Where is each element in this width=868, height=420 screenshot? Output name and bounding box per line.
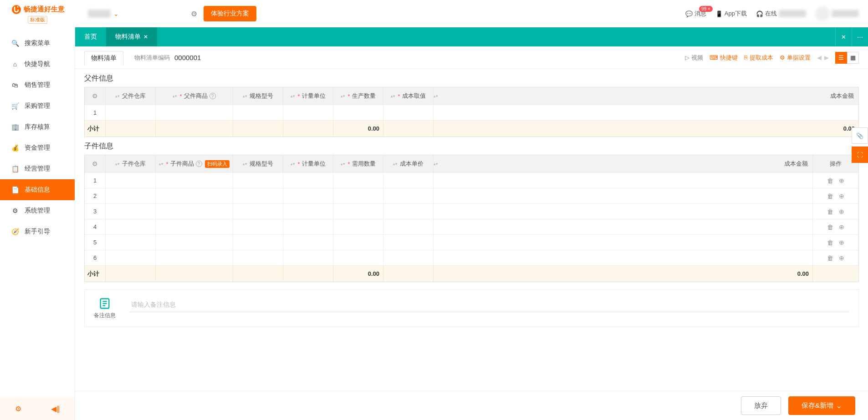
online-support-link[interactable]: 🎧 在线: [756, 10, 806, 18]
logo-text: 畅捷通好生意: [24, 5, 65, 14]
extract-cost-link[interactable]: ⎘提取成本: [744, 54, 773, 62]
column-settings-icon[interactable]: ⚙: [92, 160, 98, 167]
add-row-icon[interactable]: ⊕: [839, 208, 844, 215]
shortcut-link[interactable]: ⌨快捷键: [710, 54, 738, 62]
remark-input[interactable]: [129, 297, 849, 312]
doc-settings-link[interactable]: ⚙单据设置: [780, 54, 811, 62]
col-parent-warehouse[interactable]: ▴▾父件仓库: [106, 87, 156, 105]
cart-icon: 🛍: [11, 81, 19, 89]
sort-icon: ▴▾: [341, 95, 345, 97]
table-row[interactable]: 4🗑⊕: [85, 219, 858, 234]
col-child-warehouse[interactable]: ▴▾子件仓库: [106, 155, 156, 172]
top-header: 畅捷通好生意 标准版 ⌄ ⚙ 体验行业方案 💬 消息 99 + 📱 App下载: [0, 0, 868, 27]
help-icon[interactable]: ?: [196, 161, 202, 167]
document-icon: 📄: [11, 186, 19, 194]
sidebar-item-finance[interactable]: 💰资金管理: [0, 137, 75, 158]
experience-button[interactable]: 体验行业方案: [204, 6, 256, 21]
paperclip-icon: 📎: [856, 132, 863, 139]
prev-record-icon[interactable]: ◀: [817, 54, 822, 61]
col-child-spec[interactable]: ▴▾规格型号: [233, 155, 283, 172]
help-icon[interactable]: ?: [209, 93, 216, 99]
logo-edition: 标准版: [28, 16, 47, 24]
table-row[interactable]: 5🗑⊕: [85, 234, 858, 250]
remark-label: 备注信息: [94, 312, 116, 319]
delete-row-icon[interactable]: 🗑: [827, 177, 833, 184]
col-parent-cost-method[interactable]: ▴▾*成本取值: [383, 87, 434, 105]
add-row-icon[interactable]: ⊕: [839, 177, 844, 184]
view-grid-button[interactable]: ▦: [847, 52, 859, 64]
sidebar-item-inventory[interactable]: 🏢库存核算: [0, 116, 75, 137]
save-new-button[interactable]: 保存&新增⌄: [788, 396, 855, 415]
logo-icon: [11, 4, 22, 15]
parent-subtotal-amt: 0.00: [434, 121, 858, 137]
delete-row-icon[interactable]: 🗑: [827, 239, 833, 246]
chevron-down-icon: ⌄: [836, 402, 842, 410]
col-child-product[interactable]: ▴▾*子件商品?扫码录入: [156, 155, 233, 172]
code-label: 物料清单编码: [134, 54, 170, 62]
sort-icon: ▴▾: [434, 162, 438, 165]
col-parent-spec[interactable]: ▴▾规格型号: [233, 87, 283, 105]
sort-icon: ▴▾: [291, 95, 295, 97]
col-child-unit[interactable]: ▴▾*计量单位: [283, 155, 333, 172]
close-icon[interactable]: ✕: [143, 34, 148, 40]
sidebar-item-sales[interactable]: 🛍销售管理: [0, 75, 75, 96]
messages-link[interactable]: 💬 消息 99 +: [685, 10, 706, 18]
column-settings-icon[interactable]: ⚙: [92, 92, 98, 100]
add-row-icon[interactable]: ⊕: [839, 223, 844, 231]
add-row-icon[interactable]: ⊕: [839, 239, 844, 246]
col-parent-qty[interactable]: ▴▾*生产数量: [333, 87, 383, 105]
expand-icon: ⛶: [857, 152, 863, 158]
parent-subtotal-qty: 0.00: [333, 121, 383, 137]
add-row-icon[interactable]: ⊕: [839, 254, 844, 262]
col-parent-amount[interactable]: ▴▾成本金额: [434, 87, 858, 105]
table-row[interactable]: 2🗑⊕: [85, 188, 858, 203]
attachment-tab[interactable]: 📎: [852, 127, 868, 144]
page-footer: 放弃 保存&新增⌄: [75, 391, 868, 420]
sidebar-item-shortcut[interactable]: ⌂快捷导航: [0, 54, 75, 75]
scan-input-button[interactable]: 扫码录入: [205, 160, 230, 168]
col-child-qty[interactable]: ▴▾*需用数量: [333, 155, 383, 172]
settings-icon[interactable]: ⚙: [15, 405, 21, 413]
sort-icon: ▴▾: [291, 162, 295, 165]
child-section-title: 子件信息: [84, 142, 859, 151]
delete-row-icon[interactable]: 🗑: [827, 192, 833, 200]
table-row[interactable]: 3🗑⊕: [85, 203, 858, 219]
tab-bom[interactable]: 物料清单 ✕: [106, 27, 157, 46]
delete-row-icon[interactable]: 🗑: [827, 223, 833, 231]
tab-home[interactable]: 首页: [75, 27, 106, 46]
inner-tab-bom[interactable]: 物料清单: [84, 51, 123, 65]
table-row[interactable]: 1: [85, 105, 858, 120]
sidebar-item-system[interactable]: ⚙系统管理: [0, 200, 75, 221]
home-icon: ⌂: [11, 60, 19, 68]
tabs-more[interactable]: ⋯: [852, 27, 868, 46]
collapse-icon[interactable]: ◀∥: [51, 405, 60, 413]
col-child-amount[interactable]: ▴▾成本金额: [434, 155, 813, 172]
subtotal-label: 小计: [85, 266, 106, 282]
col-child-unit-cost[interactable]: ▴▾成本单价: [383, 155, 434, 172]
table-row[interactable]: 1🗑⊕: [85, 172, 858, 188]
delete-row-icon[interactable]: 🗑: [827, 254, 833, 262]
video-link[interactable]: ▷视频: [685, 54, 703, 62]
expand-tab[interactable]: ⛶: [852, 147, 868, 163]
col-parent-product[interactable]: ▴▾*父件商品?: [156, 87, 233, 105]
code-value: 0000001: [174, 54, 201, 61]
sidebar-item-guide[interactable]: 🧭新手引导: [0, 221, 75, 242]
add-row-icon[interactable]: ⊕: [839, 192, 844, 200]
sidebar-item-basic[interactable]: 📄基础信息: [0, 179, 75, 200]
sidebar-item-operation[interactable]: 📋经营管理: [0, 158, 75, 179]
parent-section-title: 父件信息: [84, 74, 859, 83]
next-record-icon[interactable]: ▶: [824, 54, 829, 61]
settings-icon: ⚙: [780, 54, 785, 61]
table-row[interactable]: 6🗑⊕: [85, 250, 858, 265]
org-settings-icon[interactable]: ⚙: [191, 10, 197, 18]
user-menu[interactable]: [815, 6, 859, 21]
view-list-button[interactable]: ☰: [835, 52, 847, 64]
app-download-link[interactable]: 📱 App下载: [715, 10, 747, 18]
discard-button[interactable]: 放弃: [741, 396, 781, 415]
org-selector[interactable]: ⌄: [84, 8, 184, 20]
sidebar-item-purchase[interactable]: 🛒采购管理: [0, 96, 75, 116]
sidebar-item-search[interactable]: 🔍搜索菜单: [0, 33, 75, 54]
tabs-close-all[interactable]: ✕: [835, 27, 852, 46]
col-parent-unit[interactable]: ▴▾*计量单位: [283, 87, 333, 105]
delete-row-icon[interactable]: 🗑: [827, 208, 833, 215]
